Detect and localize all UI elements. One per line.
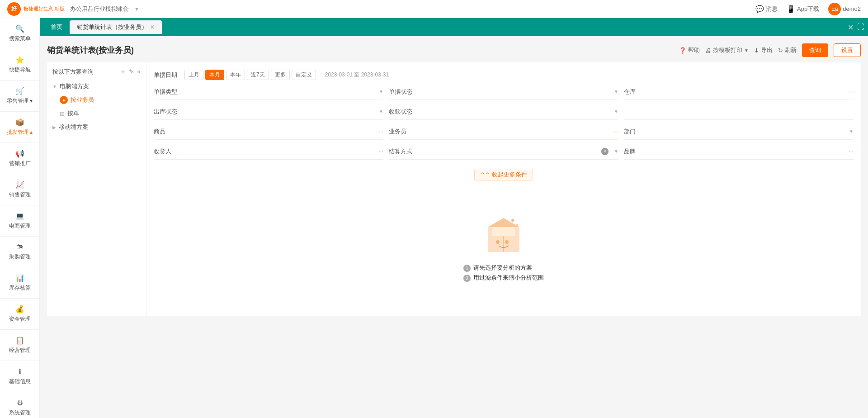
sidebar-item-finance[interactable]: 💰 资金管理 (0, 299, 39, 330)
svg-point-6 (496, 240, 500, 244)
inventory-icon: 📊 (4, 274, 36, 282)
settings-btn[interactable]: 设置 (834, 43, 861, 57)
sidebar-label-search: 搜索菜单 (4, 35, 36, 43)
tab-minimize-btn[interactable]: ✕ (848, 23, 854, 32)
tree-pc-scheme[interactable]: ▼ 电脑端方案 (47, 80, 146, 93)
app-download-btn[interactable]: 📱 App下载 (787, 5, 819, 13)
sidebar-item-operations[interactable]: 📋 经营管理 (0, 330, 39, 361)
collapse-btn[interactable]: ⌃⌃ 收起更多条件 (474, 169, 533, 180)
help-label: 帮助 (688, 46, 700, 54)
tab-close-icon[interactable]: ✕ (150, 24, 155, 30)
logo-circle: 好 (7, 2, 21, 16)
doc-status-arrow-icon[interactable]: ▼ (614, 89, 618, 94)
sidebar-label-finance: 资金管理 (4, 315, 36, 323)
help-icon: ❓ (679, 47, 686, 54)
brand-dots-icon[interactable]: ··· (849, 148, 854, 155)
sidebar-label-operations: 经营管理 (4, 347, 36, 354)
sidebar-label-sales: 销售管理 (4, 191, 36, 199)
tab-home-label: 首页 (51, 23, 62, 31)
sidebar-item-purchase[interactable]: 🛍 采购管理 (0, 237, 39, 267)
date-btn-lastmonth[interactable]: 上月 (184, 70, 203, 80)
staff-dots-icon[interactable]: ··· (613, 128, 618, 135)
sidebar-item-system[interactable]: ⚙ 系统管理 (0, 392, 39, 418)
doc-status-label: 单据状态 (389, 88, 416, 96)
empty-tips: 1 请先选择要分析的方案 2 用过滤条件来缩小分析范围 (463, 264, 544, 282)
right-panel: 单据日期 上月 本月 本年 近7天 更多 自定义 2023-03-01 至 20… (146, 62, 861, 316)
payment-clear-btn[interactable]: × (601, 148, 609, 155)
scheme-badge: ● (60, 96, 68, 104)
help-btn[interactable]: ❓ 帮助 (679, 46, 700, 54)
tree-mobile-scheme[interactable]: ▶ 移动端方案 (47, 120, 146, 134)
date-btn-custom[interactable]: 自定义 (292, 70, 316, 80)
sidebar-item-retail[interactable]: 🛒 零售管理 ▾ (0, 81, 39, 112)
query-btn[interactable]: 查询 (802, 43, 828, 57)
top-title: 办公用品行业模拟账套 (70, 5, 129, 13)
date-btn-thismonth[interactable]: 本月 (205, 70, 224, 80)
tab-sales-report[interactable]: 销货单统计表（按业务员） ✕ (70, 20, 162, 34)
date-range-text: 2023-03-01 至 2023-03-31 (325, 71, 389, 79)
filter-doc-status: 单据状态 ▼ (389, 86, 618, 100)
svg-point-7 (505, 240, 509, 244)
filter-group-1: 单据类型 ▼ 单据状态 ▼ (154, 86, 854, 100)
sidebar-item-quicknav[interactable]: ⭐ 快捷导航 (0, 49, 39, 81)
export-btn[interactable]: ⬇ 导出 (754, 46, 773, 54)
sidebar-item-inventory[interactable]: 📊 库存核算 (0, 267, 39, 299)
add-scheme-btn[interactable]: ＋ (120, 68, 126, 76)
refresh-icon: ↻ (778, 47, 783, 54)
tab-home[interactable]: 首页 (43, 20, 70, 34)
warehouse-label: 仓库 (624, 88, 651, 96)
goods-label: 商品 (154, 128, 181, 136)
message-btn[interactable]: 💬 消息 (755, 5, 778, 13)
out-status-arrow-icon[interactable]: ▼ (379, 109, 383, 114)
sidebar-item-search[interactable]: 🔍 搜索菜单 (0, 18, 39, 49)
tip-text-1: 请先选择要分析的方案 (473, 264, 532, 272)
doc-type-label: 单据类型 (154, 88, 181, 96)
tree-staff-scheme[interactable]: ● 按业务员 (47, 93, 146, 107)
basic-icon: ℹ (4, 367, 36, 376)
edit-scheme-btn[interactable]: ✎ (129, 68, 134, 76)
logo-text: 畅捷通好生意 标版 (24, 6, 65, 12)
page-actions: ❓ 帮助 🖨 按模板打印 ▼ ⬇ 导出 ↻ (679, 43, 861, 57)
sidebar-label-basic: 基础信息 (4, 378, 36, 385)
receipt-status-arrow-icon[interactable]: ▼ (614, 109, 618, 114)
print-btn[interactable]: 🖨 按模板打印 ▼ (705, 46, 749, 54)
app-container: 好 畅捷通好生意 标版 办公用品行业模拟账套 ▼ 💬 消息 📱 App下载 Ea… (0, 0, 868, 418)
refresh-label: 刷新 (785, 46, 797, 54)
page-title: 销货单统计表(按业务员) (47, 45, 134, 56)
date-btn-thisyear[interactable]: 本年 (226, 70, 245, 80)
tab-maximize-btn[interactable]: ⛶ (857, 23, 864, 32)
warehouse-dots-icon[interactable]: ··· (849, 88, 854, 95)
receipt-status-label: 收款状态 (389, 108, 416, 116)
receiver-dots-icon[interactable]: ··· (378, 148, 383, 155)
dept-arrow-icon[interactable]: ▼ (849, 129, 854, 134)
collapse-icon: ⌃⌃ (480, 171, 490, 178)
user-profile[interactable]: Ea demo2 (828, 3, 861, 15)
top-title-arrow[interactable]: ▼ (134, 6, 139, 12)
print-icon: 🖨 (705, 47, 711, 54)
left-panel-title: 按以下方案查询 (52, 68, 94, 76)
tip-num-2: 2 (463, 275, 471, 282)
sidebar-item-wholesale[interactable]: 📦 批发管理 ▴ (0, 112, 39, 143)
dept-label: 部门 (624, 128, 651, 136)
filter-out-status: 出库状态 ▼ (154, 105, 383, 120)
date-btn-more[interactable]: 更多 (271, 70, 290, 80)
sidebar-item-basic[interactable]: ℹ 基础信息 (0, 361, 39, 392)
collapse-scheme-btn[interactable]: « (137, 68, 141, 76)
sidebar-item-marketing[interactable]: 📢 营销推广 (0, 143, 39, 174)
doc-type-arrow-icon[interactable]: ▼ (379, 89, 383, 94)
tree-order-scheme[interactable]: ⊞ 按单 (47, 107, 146, 120)
payment-arrow-icon[interactable]: ▼ (614, 149, 618, 154)
page-header: 销货单统计表(按业务员) ❓ 帮助 🖨 按模板打印 ▼ ⬇ (47, 43, 861, 57)
sidebar-label-system: 系统管理 (4, 409, 36, 417)
date-buttons: 上月 本月 本年 近7天 更多 自定义 (184, 70, 316, 80)
sidebar-item-ecommerce[interactable]: 💻 电商管理 (0, 205, 39, 237)
svg-rect-2 (492, 227, 515, 236)
sidebar-label-marketing: 营销推广 (4, 160, 36, 167)
refresh-btn[interactable]: ↻ 刷新 (778, 46, 797, 54)
sidebar-item-sales[interactable]: 📈 销售管理 (0, 174, 39, 205)
svg-point-4 (516, 224, 518, 226)
date-btn-last7[interactable]: 近7天 (247, 70, 269, 80)
goods-dots-icon[interactable]: ··· (378, 128, 383, 135)
user-name: demo2 (843, 5, 861, 12)
receiver-input[interactable] (184, 148, 375, 155)
